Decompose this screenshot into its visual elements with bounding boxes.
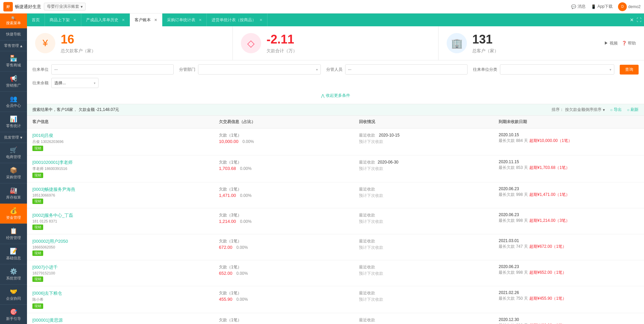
org-arrow-icon: ▾	[81, 4, 83, 9]
col-debt-info: 欠交易信息（占比）	[219, 119, 359, 125]
results-info-text: 搜索结果中，客户16家	[32, 107, 73, 112]
sidebar-item-basic-info[interactable]: 📝 基础信息	[0, 244, 27, 264]
person-input[interactable]: ···	[345, 64, 468, 75]
balance-select[interactable]: 选择... ▾	[51, 78, 99, 88]
capital-icon: 💰	[1, 207, 26, 214]
enterprise-icon: 🤝	[1, 288, 26, 295]
debt-percent-0: 0.00%	[243, 139, 254, 144]
customer-cell-3: [0002]服务中心_丁磊 181 0125 8371 现销	[32, 212, 219, 230]
sidebar-item-inventory[interactable]: 🏭 库存核算	[0, 183, 27, 204]
sidebar-item-marketing[interactable]: 📢 营销推广	[0, 71, 27, 92]
tab-home[interactable]: 首页	[27, 13, 45, 26]
close-all-tabs-btn[interactable]: ✕	[630, 17, 634, 23]
tab-product-history-close[interactable]: ✕	[122, 18, 125, 22]
table-row: [0003]畅捷服务尹海燕 18513066976 现销 欠款（1笔） 1,47…	[27, 182, 644, 208]
debt-amount-value: -2.11	[267, 32, 297, 47]
sidebar-item-operation[interactable]: 📋 经营管理	[0, 224, 27, 244]
tab-customer-account-close[interactable]: ✕	[154, 18, 157, 22]
sidebar-item-ecom[interactable]: 🛒 电商管理	[0, 143, 27, 163]
debt-amount-0: 10,000.00	[219, 139, 239, 144]
logo: 好 畅捷通好生意	[3, 2, 41, 11]
export-btn[interactable]: ○ 导出	[610, 107, 622, 113]
customer-cell-1: [0001020001]李老师 李老师 18600391516 现销	[32, 159, 219, 178]
col-recovery: 回收情况	[359, 119, 499, 125]
customer-name-0[interactable]: [0016]吕俊	[32, 132, 219, 139]
user-btn[interactable]: D demo2	[618, 2, 641, 11]
tab-purchase-product-stats-close[interactable]: ✕	[259, 18, 262, 22]
tab-product-history[interactable]: 产成品入库单历史 ✕	[81, 13, 130, 26]
unit-category-select[interactable]: ▾	[500, 64, 614, 75]
sidebar-item-retail-shop[interactable]: 🏪 零售商城	[0, 51, 27, 71]
col-customer-info: 客户信息	[32, 119, 219, 125]
table-row: [000002]用户2050 18665062050 现销 欠款（1笔） 672…	[27, 234, 644, 260]
customer-person-1: 李老师	[32, 167, 44, 171]
customer-name-1[interactable]: [0001020001]李老师	[32, 159, 219, 166]
stat-card-total-customers: 🏢 131 总客户（家） ▶ 视频 ❓ 帮助	[439, 26, 644, 60]
stat-card-actions: ▶ 视频 ❓ 帮助	[604, 40, 636, 46]
logo-text: 畅捷通好生意	[15, 4, 41, 10]
org-selector[interactable]: 母婴行业演示账套 ▾	[44, 3, 86, 10]
sidebar-item-retail-mgmt[interactable]: 零售管理 ▲	[0, 40, 27, 51]
collapse-btn[interactable]: ⋀ 收起更多条件	[32, 91, 639, 100]
sidebar-item-nav[interactable]: 快捷导航	[0, 28, 27, 40]
overdue-row-0: 最长欠款 884 天 超期¥10,000.00（1笔）	[499, 138, 639, 144]
message-icon: 💬	[571, 4, 576, 9]
sidebar-item-member[interactable]: 👥 会员中心	[0, 92, 27, 112]
table-row: [0006]去下粮仓 陈小希 现销 欠款（1笔） 455.900.00% 最近收…	[27, 286, 644, 313]
sidebar-item-system[interactable]: ⚙️ 系统管理	[0, 264, 27, 285]
help-label: 帮助	[628, 41, 636, 46]
table-row: [0001020001]李老师 李老师 18600391516 现销 欠款（1笔…	[27, 155, 644, 182]
dept-arrow-icon: ▾	[316, 68, 318, 71]
tab-product-offshelf-close[interactable]: ✕	[73, 18, 76, 22]
table-row: [000001]黄思源 13552700226 现销 欠款（1笔） 429.00…	[27, 313, 644, 324]
query-btn[interactable]: 查询	[620, 65, 639, 75]
video-label: 视频	[610, 41, 618, 46]
stat-card-debt-customers: ¥ 16 总欠款客户（家）	[27, 26, 233, 60]
sidebar-item-batch-mgmt[interactable]: 批发管理 ▼	[0, 132, 27, 143]
customer-cell-5: [0007]小进千 18279152100 现销	[32, 264, 219, 282]
tab-purchase-stats-label: 采购订单统计表	[167, 17, 195, 23]
dept-select[interactable]: ▾	[198, 64, 320, 75]
maximize-btn[interactable]: ⛶	[637, 17, 641, 23]
top-bar: 好 畅捷通好生意 母婴行业演示账套 ▾ 💬 消息 📱 App下载 D demo2	[0, 0, 644, 13]
customer-cell-6: [0006]去下粮仓 陈小希 现销	[32, 290, 219, 309]
sidebar-search[interactable]: 🔍 搜索菜单	[0, 13, 27, 28]
recovery-cell-0: 最近收款 2020-10-15 预计下次收款	[359, 132, 499, 145]
sidebar-item-retail-stats[interactable]: 📊 零售统计	[0, 112, 27, 132]
tab-purchase-stats-close[interactable]: ✕	[199, 18, 202, 22]
sidebar-item-capital[interactable]: 💰 资金管理	[0, 204, 27, 224]
refresh-btn[interactable]: ○ 刷新	[627, 107, 639, 113]
sort-select[interactable]: 排序： 按欠款金额倒序排序 ▾	[552, 107, 605, 113]
sidebar-item-enterprise[interactable]: 🤝 企业协同	[0, 285, 27, 305]
app-download-btn[interactable]: 📱 App下载	[591, 4, 613, 9]
results-actions: 排序： 按欠款金额倒序排序 ▾ ○ 导出 ○ 刷新	[552, 107, 639, 113]
balance-label: 往来余额	[32, 80, 49, 86]
balance-arrow-icon: ▾	[94, 81, 95, 85]
org-name: 母婴行业演示账套	[47, 4, 79, 9]
sidebar-item-guide[interactable]: 🎯 新手引导	[0, 305, 27, 324]
video-btn[interactable]: ▶ 视频	[604, 40, 617, 46]
tab-purchase-stats[interactable]: 采购订单统计表 ✕	[162, 13, 207, 26]
debt-percent-1: 0.00%	[240, 166, 252, 171]
customer-cell-0: [0016]吕俊 吕俊 13026203696 现销	[32, 132, 219, 151]
debt-label-0: 欠款（1笔）	[219, 132, 242, 138]
source-unit-input[interactable]: ···	[51, 64, 174, 75]
debt-amount-row-0: 10,000.00 0.00%	[219, 139, 359, 144]
app-label: App下载	[597, 4, 613, 9]
retail-mgmt-label: 零售管理	[4, 43, 19, 48]
debt-customers-label: 总欠款客户（家）	[61, 48, 96, 54]
person-ellipsis: ···	[348, 67, 352, 72]
help-btn[interactable]: ❓ 帮助	[622, 40, 636, 46]
unit-category-label: 往来单位分类	[473, 67, 497, 72]
sidebar-item-purchase[interactable]: 📦 采购管理	[0, 163, 27, 183]
tab-purchase-product-stats[interactable]: 进货单统计表（按商品） ✕	[207, 13, 268, 26]
help-icon: ❓	[622, 41, 627, 46]
debt-row-0: 欠款（1笔）	[219, 132, 359, 138]
debt-cell-0: 欠款（1笔） 10,000.00 0.00%	[219, 132, 359, 144]
operation-icon: 📋	[1, 227, 26, 235]
tab-customer-account[interactable]: 客户账本 ✕	[130, 13, 162, 26]
overdue-link-0[interactable]: 超期¥10,000.00（1笔）	[529, 138, 572, 144]
total-customers-icon: 🏢	[447, 33, 467, 53]
message-btn[interactable]: 💬 消息	[571, 4, 586, 9]
tab-product-offshelf[interactable]: 商品上下架 ✕	[45, 13, 81, 26]
